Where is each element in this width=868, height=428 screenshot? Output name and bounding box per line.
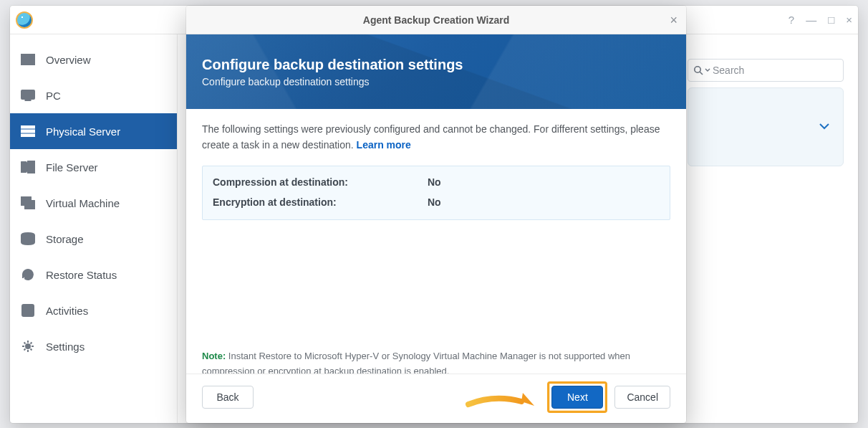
maximize-icon[interactable]: □	[828, 14, 834, 25]
storage-icon	[20, 232, 36, 246]
sidebar-item-file-server[interactable]: File Server	[10, 149, 177, 185]
row-compression: Compression at destination: No	[213, 172, 660, 192]
note-label: Note:	[202, 351, 226, 361]
svg-rect-10	[28, 161, 35, 173]
dialog-footer: Back Next Cancel	[186, 374, 686, 423]
search-wrap	[688, 59, 844, 82]
annotation-arrow-icon	[466, 384, 544, 419]
svg-line-17	[700, 72, 703, 75]
search-input[interactable]	[688, 59, 844, 82]
intro-text-content: The following settings were previously c…	[202, 123, 660, 151]
svg-rect-4	[21, 90, 34, 99]
sidebar-item-label: File Server	[46, 161, 98, 173]
search-icon[interactable]	[693, 65, 710, 75]
hero-title: Configure backup destination settings	[202, 57, 670, 73]
compression-value: No	[428, 176, 441, 188]
vm-icon	[20, 196, 36, 210]
svg-rect-7	[21, 130, 35, 133]
activities-icon	[20, 303, 36, 318]
hero-subtitle: Configure backup destination settings	[202, 76, 670, 87]
svg-rect-6	[21, 125, 35, 128]
svg-rect-9	[21, 162, 26, 172]
encryption-label: Encryption at destination:	[213, 196, 428, 208]
row-encryption: Encryption at destination: No	[213, 192, 660, 212]
close-icon[interactable]: ×	[846, 14, 852, 25]
pc-icon	[20, 88, 36, 103]
cancel-button[interactable]: Cancel	[614, 386, 670, 409]
svg-rect-12	[25, 201, 35, 209]
learn-more-link[interactable]: Learn more	[357, 139, 411, 151]
sidebar-item-label: PC	[46, 90, 61, 102]
sidebar-item-label: Overview	[46, 54, 91, 66]
settings-summary: Compression at destination: No Encryptio…	[202, 166, 670, 220]
compression-label: Compression at destination:	[213, 176, 428, 188]
sidebar-item-storage[interactable]: Storage	[10, 221, 177, 257]
sidebar-item-settings[interactable]: Settings	[10, 328, 177, 364]
next-highlight: Next	[547, 381, 607, 413]
sidebar-item-label: Settings	[46, 341, 85, 353]
app-logo-icon	[16, 11, 33, 29]
sidebar-item-restore-status[interactable]: Restore Status	[10, 257, 177, 293]
sidebar-item-label: Storage	[46, 233, 84, 245]
svg-point-16	[695, 67, 700, 72]
sidebar-item-label: Virtual Machine	[46, 197, 120, 209]
help-icon[interactable]: ?	[789, 14, 794, 25]
footnote: Note: Instant Restore to Microsoft Hyper…	[202, 349, 670, 374]
svg-rect-3	[29, 59, 33, 60]
svg-rect-8	[21, 134, 35, 137]
restore-icon	[20, 267, 36, 282]
side-panel[interactable]	[688, 87, 844, 166]
next-button[interactable]: Next	[551, 386, 603, 409]
sidebar-item-physical-server[interactable]: Physical Server	[10, 113, 177, 149]
sidebar-item-activities[interactable]: Activities	[10, 293, 177, 328]
svg-point-15	[26, 344, 30, 348]
dialog-title: Agent Backup Creation Wizard	[363, 14, 509, 26]
dialog-hero: Configure backup destination settings Co…	[186, 34, 686, 109]
intro-text: The following settings were previously c…	[202, 122, 670, 153]
window-controls: ? — □ ×	[789, 14, 852, 25]
dialog-close-icon[interactable]: ×	[670, 13, 677, 28]
overview-icon	[20, 52, 36, 67]
dialog-titlebar: Agent Backup Creation Wizard ×	[186, 6, 686, 34]
dialog-body: The following settings were previously c…	[186, 109, 686, 374]
sidebar-item-label: Restore Status	[46, 269, 117, 281]
sidebar: Overview PC Physical Server File Server	[10, 34, 178, 423]
minimize-icon[interactable]: —	[806, 14, 816, 25]
svg-rect-1	[23, 56, 27, 59]
encryption-value: No	[428, 196, 441, 208]
svg-rect-2	[29, 56, 33, 57]
chevron-down-icon	[819, 120, 830, 133]
sidebar-item-overview[interactable]: Overview	[10, 42, 177, 77]
back-button[interactable]: Back	[202, 386, 254, 409]
svg-rect-5	[25, 100, 31, 101]
wizard-dialog: Agent Backup Creation Wizard × Configure…	[186, 6, 686, 423]
sidebar-item-virtual-machine[interactable]: Virtual Machine	[10, 185, 177, 221]
sidebar-item-pc[interactable]: PC	[10, 77, 177, 113]
server-icon	[20, 124, 36, 138]
gear-icon	[20, 339, 36, 353]
sidebar-item-label: Activities	[46, 305, 88, 317]
sidebar-item-label: Physical Server	[46, 125, 120, 138]
file-server-icon	[20, 160, 36, 174]
note-text: Instant Restore to Microsoft Hyper-V or …	[202, 351, 630, 374]
